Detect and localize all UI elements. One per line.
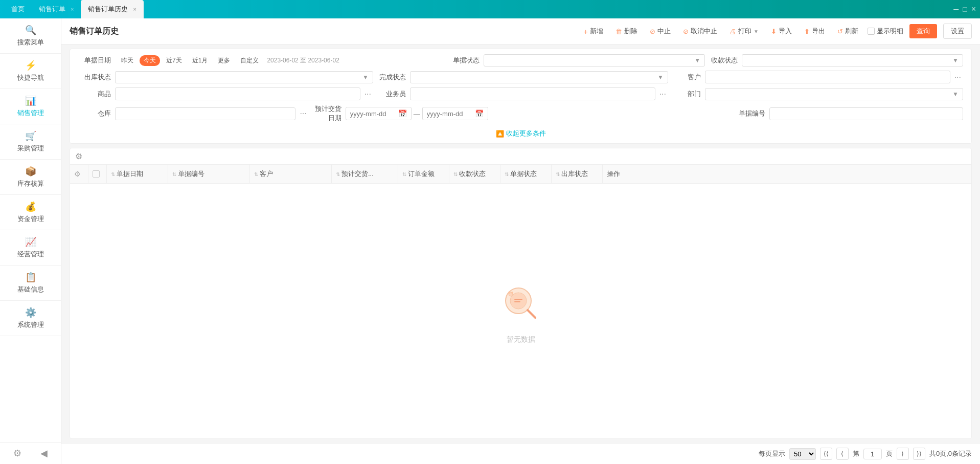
- import-btn[interactable]: ⬇ 导入: [768, 25, 795, 38]
- next-page-btn[interactable]: ⟩: [897, 448, 909, 460]
- tab-sales-order-history-close[interactable]: ×: [133, 6, 136, 12]
- sidebar-item-purchase-mgmt[interactable]: 🛒 采购管理: [0, 124, 61, 160]
- date-btn-1month[interactable]: 近1月: [188, 55, 212, 66]
- export-btn[interactable]: ⬆ 导出: [801, 25, 828, 38]
- th-bill-status[interactable]: ⇅ 单据状态: [500, 165, 552, 183]
- show-detail-checkbox[interactable]: [868, 28, 875, 35]
- filter-row-1: 单据日期 昨天 今天 近7天 近1月 更多 自定义 2023-06-02 至 2…: [78, 54, 963, 67]
- refresh-btn[interactable]: ↺ 刷新: [834, 25, 861, 38]
- expected-date-from-input[interactable]: [350, 110, 396, 118]
- salesperson-label: 业务员: [373, 90, 410, 99]
- warehouse-input[interactable]: [115, 107, 295, 120]
- customer-input[interactable]: [705, 71, 950, 83]
- sidebar-item-quick-nav[interactable]: ⚡ 快捷导航: [0, 54, 61, 89]
- sort-icon-order-amount: ⇅: [402, 171, 406, 177]
- collapse-conditions-btn[interactable]: 🔼 收起更多条件: [78, 127, 963, 138]
- show-detail-toggle[interactable]: 显示明细: [868, 27, 903, 36]
- sidebar-item-basic-info[interactable]: 📋 基础信息: [0, 266, 61, 301]
- bill-number-input[interactable]: [769, 107, 963, 120]
- customer-ellipsis-icon[interactable]: ···: [952, 73, 963, 82]
- date-btn-custom[interactable]: 自定义: [236, 55, 263, 66]
- per-page-select[interactable]: 20 50 100: [789, 448, 816, 460]
- collection-status-dropdown[interactable]: ▼: [742, 54, 963, 67]
- salesperson-input[interactable]: [410, 87, 655, 100]
- bill-status-dropdown[interactable]: ▼: [484, 54, 705, 67]
- product-input[interactable]: [115, 87, 360, 100]
- search-menu-icon: 🔍: [25, 25, 36, 36]
- refresh-icon: ↺: [837, 28, 843, 35]
- collection-status-label: 收款状态: [705, 56, 742, 65]
- new-btn[interactable]: + 新增: [580, 25, 606, 38]
- empty-text: 暂无数据: [507, 335, 535, 344]
- table-settings-icon[interactable]: ⚙: [75, 151, 82, 161]
- date-btn-more[interactable]: 更多: [214, 55, 234, 66]
- maximize-btn[interactable]: □: [963, 5, 967, 13]
- settings-btn[interactable]: 设置: [943, 24, 972, 39]
- th-bill-date-label: 单据日期: [117, 169, 143, 179]
- sidebar-item-business[interactable]: 📈 经营管理: [0, 230, 61, 266]
- delete-icon: 🗑: [616, 28, 622, 35]
- expected-date-from-calendar-icon[interactable]: 📅: [398, 109, 407, 118]
- department-dropdown[interactable]: ▼: [705, 88, 963, 100]
- date-btn-today[interactable]: 今天: [140, 55, 160, 66]
- export-label: 导出: [812, 27, 825, 36]
- minimize-btn[interactable]: ─: [953, 5, 959, 13]
- stop-btn[interactable]: ⊘ 中止: [647, 25, 674, 38]
- sidebar-item-inventory[interactable]: 📦 库存核算: [0, 160, 61, 195]
- print-btn[interactable]: 🖨 打印 ▼: [726, 25, 762, 38]
- delete-btn[interactable]: 🗑 删除: [612, 25, 641, 38]
- salesperson-ellipsis-icon[interactable]: ···: [657, 90, 668, 99]
- expected-date-to-input[interactable]: [427, 110, 473, 118]
- expected-date-to-calendar-icon[interactable]: 📅: [475, 109, 484, 118]
- sidebar-item-search-menu[interactable]: 🔍 搜索菜单: [0, 18, 61, 54]
- total-label: 共0页,0条记录: [929, 449, 972, 458]
- tab-sales-order[interactable]: 销售订单 ×: [32, 0, 81, 18]
- date-btn-yesterday[interactable]: 昨天: [117, 55, 138, 66]
- sidebar-settings-icon[interactable]: ⚙: [13, 448, 21, 459]
- th-order-amount[interactable]: ⇅ 订单金额: [398, 165, 449, 183]
- sidebar-item-sales-mgmt[interactable]: 📊 销售管理: [0, 89, 61, 124]
- th-collection-status[interactable]: ⇅ 收款状态: [449, 165, 500, 183]
- warehouse-ellipsis-icon[interactable]: ···: [298, 109, 308, 118]
- tab-sales-order-close[interactable]: ×: [71, 6, 74, 12]
- th-bill-date[interactable]: ⇅ 单据日期: [107, 165, 168, 183]
- expected-date-field: 📅 — 📅: [346, 107, 733, 120]
- complete-status-dropdown[interactable]: ▼: [410, 71, 668, 83]
- th-bill-number[interactable]: ⇅ 单据编号: [168, 165, 250, 183]
- refresh-label: 刷新: [845, 27, 858, 36]
- sort-icon-customer: ⇅: [254, 171, 258, 177]
- delete-label: 删除: [624, 27, 637, 36]
- date-range-display: 2023-06-02 至 2023-06-02: [267, 56, 339, 65]
- date-btn-7days[interactable]: 近7天: [162, 55, 186, 66]
- cancel-stop-btn[interactable]: ⊘ 取消中止: [680, 25, 720, 38]
- product-label: 商品: [78, 90, 115, 99]
- th-customer[interactable]: ⇅ 客户: [250, 165, 332, 183]
- last-page-btn[interactable]: ⟩⟩: [913, 448, 925, 460]
- bill-status-label: 单据状态: [447, 56, 484, 65]
- th-expected-date[interactable]: ⇅ 预计交货...: [332, 165, 398, 183]
- out-status-dropdown[interactable]: ▼: [115, 71, 373, 83]
- sidebar-item-finance-label: 资金管理: [17, 214, 44, 224]
- current-page-input[interactable]: 1: [863, 449, 882, 459]
- sidebar-item-finance[interactable]: 💰 资金管理: [0, 195, 61, 230]
- sidebar-item-system[interactable]: ⚙️ 系统管理: [0, 301, 61, 336]
- table-toolbar: ⚙: [70, 148, 971, 165]
- first-page-btn[interactable]: ⟨⟨: [820, 448, 832, 460]
- stop-icon: ⊘: [650, 28, 655, 35]
- th-out-status[interactable]: ⇅ 出库状态: [552, 165, 603, 183]
- tab-home[interactable]: 首页: [4, 0, 32, 18]
- th-expected-date-label: 预计交货...: [341, 169, 374, 179]
- th-select-all-checkbox[interactable]: [93, 170, 100, 178]
- prev-page-btn[interactable]: ⟨: [836, 448, 849, 460]
- window-close-btn[interactable]: ×: [971, 5, 976, 14]
- tab-sales-order-history[interactable]: 销售订单历史 ×: [81, 0, 143, 18]
- top-bar: 首页 销售订单 × 销售订单历史 × ─ □ ×: [0, 0, 980, 18]
- product-ellipsis-icon[interactable]: ···: [362, 90, 373, 99]
- th-checkbox: [88, 165, 107, 183]
- sidebar-collapse-icon[interactable]: ◀: [40, 448, 48, 459]
- sort-icon-bill-date: ⇅: [111, 171, 115, 177]
- query-btn[interactable]: 查询: [909, 24, 937, 38]
- empty-state: 暂无数据: [70, 184, 971, 438]
- sidebar-item-search-menu-label: 搜索菜单: [17, 38, 44, 47]
- th-settings-icon[interactable]: ⚙: [74, 170, 81, 178]
